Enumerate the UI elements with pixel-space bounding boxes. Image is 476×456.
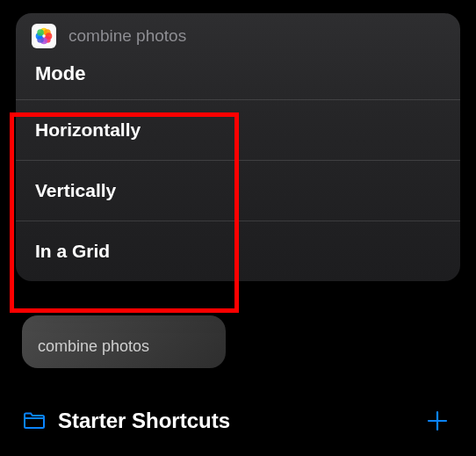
popup-header: combine photos (16, 13, 460, 54)
bottom-bar: Starter Shortcuts (23, 405, 453, 437)
shortcut-card-combine-photos[interactable]: combine photos (22, 315, 226, 368)
mode-option-vertically[interactable]: Vertically (16, 160, 460, 221)
starter-shortcuts-folder[interactable]: Starter Shortcuts (23, 409, 230, 433)
mode-option-horizontally[interactable]: Horizontally (16, 99, 460, 160)
option-label: In a Grid (35, 241, 110, 261)
popup-title: combine photos (69, 26, 186, 46)
option-label: Vertically (35, 180, 116, 200)
shortcut-card-label: combine photos (38, 337, 149, 356)
folder-icon (23, 412, 46, 430)
mode-option-in-a-grid[interactable]: In a Grid (16, 221, 460, 281)
photos-app-icon (32, 24, 56, 48)
folder-label: Starter Shortcuts (58, 409, 230, 433)
mode-heading: Mode (16, 54, 460, 99)
mode-selection-popup: combine photos Mode Horizontally Vertica… (16, 13, 460, 281)
option-label: Horizontally (35, 119, 141, 140)
svg-point-7 (37, 29, 44, 36)
add-shortcut-button[interactable] (422, 405, 453, 437)
